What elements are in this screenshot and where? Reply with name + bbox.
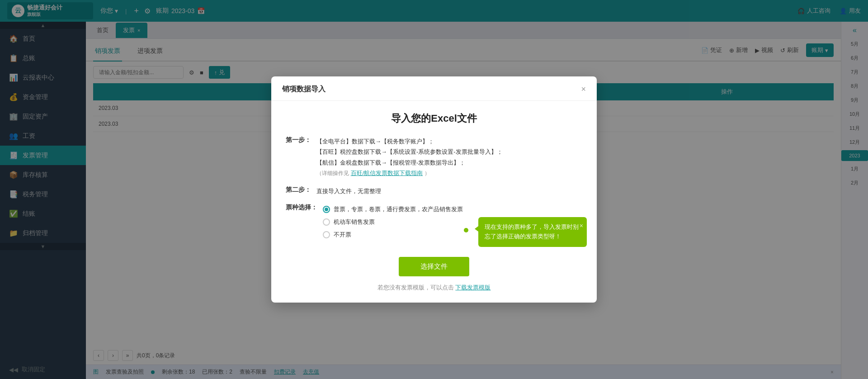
modal-excel-title: 导入您的Excel文件 <box>286 112 582 125</box>
import-modal: 销项数据导入 × 导入您的Excel文件 第一步： 【全电平台】数据下载→【税务… <box>271 76 597 303</box>
step2-label: 第二步： <box>286 186 311 194</box>
step1-line-3: 【航信】金税盘数据下载→【报税管理-发票数据导出】； <box>316 157 503 168</box>
step1-note: （详细操作见 百旺/航信发票数据下载指南 ） <box>316 168 503 179</box>
step1-line-1: 【全电平台】数据下载→【税务数字账户】； <box>316 136 503 147</box>
step2-row: 第二步： 直接导入文件，无需整理 <box>286 186 582 196</box>
ticket-label: 票种选择： <box>286 204 317 212</box>
modal-close-btn[interactable]: × <box>581 85 586 93</box>
step1-link[interactable]: 百旺/航信发票数据下载指南 <box>351 170 423 176</box>
radio-normal[interactable]: 普票，专票，卷票，通行费发票，农产品销售发票 <box>323 205 463 213</box>
step1-row: 第一步： 【全电平台】数据下载→【税务数字账户】； 【百旺】税控盘数据下载→【系… <box>286 136 582 179</box>
radio-none-circle <box>323 231 330 238</box>
step1-line-2: 【百旺】税控盘数据下载→【系统设置-系统参数设置-发票批量导入】； <box>316 147 503 157</box>
tooltip-bubble: × 现在支持的票种多了，导入发票时别忘了选择正确的发票类型呀！ <box>478 217 587 247</box>
tooltip-close-btn[interactable]: × <box>580 221 583 231</box>
modal-bottom-note: 若您没有发票模版，可以点击 下载发票模版 <box>286 284 582 292</box>
step2-content: 直接导入文件，无需整理 <box>316 186 381 196</box>
modal-header: 销项数据导入 × <box>271 76 597 101</box>
modal-title: 销项数据导入 <box>282 85 326 94</box>
select-file-btn[interactable]: 选择文件 <box>399 257 469 276</box>
radio-normal-circle <box>323 206 330 213</box>
ticket-radio-group: 普票，专票，卷票，通行费发票，农产品销售发票 机动车销售发票 不开票 <box>323 205 463 239</box>
radio-motor-circle <box>323 218 330 226</box>
radio-motor[interactable]: 机动车销售发票 <box>323 218 463 226</box>
modal-body: 导入您的Excel文件 第一步： 【全电平台】数据下载→【税务数字账户】； 【百… <box>271 101 597 257</box>
radio-none[interactable]: 不开票 <box>323 231 463 239</box>
modal-overlay: 销项数据导入 × 导入您的Excel文件 第一步： 【全电平台】数据下载→【税务… <box>0 0 868 379</box>
tooltip-dot <box>464 228 468 232</box>
ticket-select-row: 票种选择： 普票，专票，卷票，通行费发票，农产品销售发票 机动车销售发票 <box>286 204 582 239</box>
modal-footer: 选择文件 若您没有发票模版，可以点击 下载发票模版 <box>271 257 597 303</box>
download-template-link[interactable]: 下载发票模版 <box>455 284 491 291</box>
step1-content: 【全电平台】数据下载→【税务数字账户】； 【百旺】税控盘数据下载→【系统设置-系… <box>316 136 503 179</box>
step1-label: 第一步： <box>286 136 311 144</box>
